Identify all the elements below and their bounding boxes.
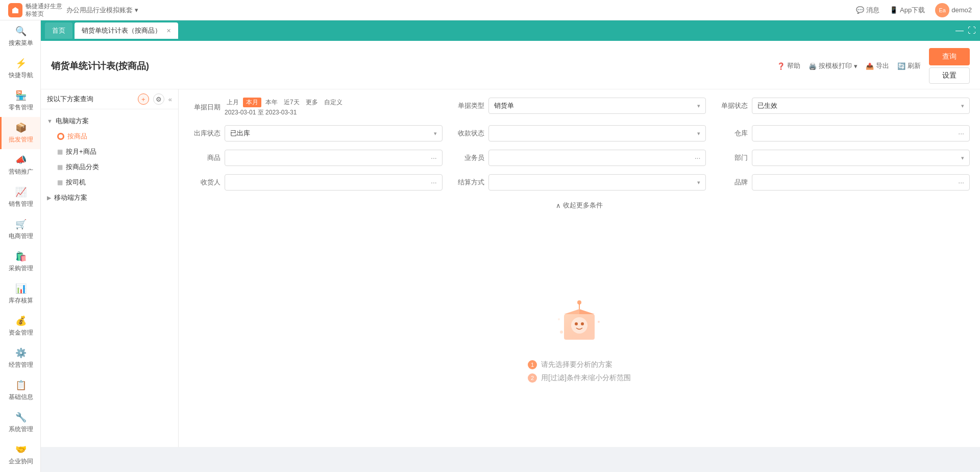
svg-point-10 bbox=[558, 318, 560, 320]
sidebar-item-operations[interactable]: ⚙️ 经营管理 bbox=[0, 342, 40, 374]
sidebar-item-system[interactable]: 🔧 系统管理 bbox=[0, 407, 40, 439]
tree-mobile-label: 移动端方案 bbox=[54, 193, 87, 202]
sidebar-item-marketing[interactable]: 📣 营销推广 bbox=[0, 149, 40, 181]
query-button[interactable]: 查询 bbox=[929, 48, 970, 65]
refresh-button[interactable]: 🔄 刷新 bbox=[897, 61, 921, 70]
filter-doc-type: 单据类型 销货单 ▾ bbox=[453, 98, 706, 114]
tree-pc-label: 电脑端方案 bbox=[56, 116, 89, 126]
date-tab-more[interactable]: 更多 bbox=[304, 98, 320, 107]
top-bar-left: 畅捷通好生意 标签页 办公用品行业模拟账套 ▾ bbox=[8, 3, 138, 17]
add-plan-button[interactable]: + bbox=[138, 93, 149, 105]
collapse-panel-icon[interactable]: « bbox=[168, 96, 172, 103]
filters-panel: 单据日期 上月 本月 本年 近7天 更多 自定义 bbox=[179, 89, 980, 224]
settlement-select[interactable]: ▾ bbox=[488, 174, 706, 191]
split-layout: 按以下方案查询 + ⚙ « ▼ 电脑端方案 bbox=[41, 89, 980, 447]
search-icon: 🔍 bbox=[15, 26, 27, 37]
brand-select[interactable]: ··· bbox=[752, 174, 970, 191]
date-tab-last-month[interactable]: 上月 bbox=[225, 98, 241, 107]
collapse-up-icon: ∧ bbox=[556, 202, 561, 209]
step-2-number: 2 bbox=[528, 373, 537, 383]
tree-pc-children: 按商品 ▦ 按月+商品 ▦ 按商品分类 bbox=[41, 129, 178, 190]
sidebar-item-quick-nav[interactable]: ⚡ 快捷导航 bbox=[0, 53, 40, 85]
salesperson-select[interactable]: ··· bbox=[488, 150, 706, 166]
filter-date: 单据日期 上月 本月 本年 近7天 更多 自定义 bbox=[189, 98, 443, 117]
date-tab-custom[interactable]: 自定义 bbox=[322, 98, 345, 107]
setting-plan-button[interactable]: ⚙ bbox=[153, 93, 164, 105]
sidebar-item-enterprise[interactable]: 🤝 企业协同 bbox=[0, 439, 40, 471]
sidebar-item-retail[interactable]: 🏪 零售管理 bbox=[0, 85, 40, 117]
help-button[interactable]: ❓ 帮助 bbox=[777, 61, 800, 70]
download-icon: 📱 bbox=[890, 6, 898, 14]
tab-home[interactable]: 首页 bbox=[45, 22, 72, 39]
department-arrow-icon: ▾ bbox=[961, 155, 964, 161]
warehouse-dots-icon: ··· bbox=[958, 129, 964, 137]
tree-arrow-icon: ▼ bbox=[47, 118, 53, 124]
date-tab-this-month[interactable]: 本月 bbox=[243, 98, 261, 107]
filter-recipient: 收货人 ··· bbox=[189, 174, 443, 191]
tree-node-by-product[interactable]: 按商品 bbox=[51, 129, 178, 144]
out-status-select[interactable]: 已出库 ▾ bbox=[225, 125, 443, 141]
payment-status-select[interactable]: ▾ bbox=[488, 125, 706, 141]
logo-icon bbox=[8, 3, 22, 17]
quick-nav-icon: ⚡ bbox=[15, 58, 27, 69]
tree-node-by-month-product[interactable]: ▦ 按月+商品 bbox=[51, 144, 178, 159]
filter-settlement: 结算方式 ▾ bbox=[453, 174, 706, 191]
sidebar-item-search[interactable]: 🔍 搜索菜单 bbox=[0, 20, 40, 53]
svg-point-4 bbox=[575, 322, 578, 325]
tree-node-by-product-category[interactable]: ▦ 按商品分类 bbox=[51, 159, 178, 175]
company-selector[interactable]: 办公用品行业模拟账套 ▾ bbox=[66, 6, 138, 15]
date-tab-this-year[interactable]: 本年 bbox=[263, 98, 280, 107]
product-dots-icon: ··· bbox=[431, 154, 437, 162]
sidebar-item-finance[interactable]: 💰 资金管理 bbox=[0, 310, 40, 342]
user-menu[interactable]: Ea demo2 bbox=[935, 3, 972, 17]
empty-illustration bbox=[549, 289, 610, 350]
tree-mobile-solutions[interactable]: ▶ 移动端方案 bbox=[41, 190, 178, 205]
filter-row-1: 单据日期 上月 本月 本年 近7天 更多 自定义 bbox=[189, 98, 970, 117]
filter-out-status: 出库状态 已出库 ▾ bbox=[189, 125, 443, 141]
sidebar-item-sales[interactable]: 📈 销售管理 bbox=[0, 181, 40, 214]
tab-minimize-icon[interactable]: — bbox=[955, 26, 964, 35]
tab-sales-stat[interactable]: 销货单统计计表（按商品） ✕ bbox=[75, 22, 178, 39]
page-title: 销货单统计计表(按商品) bbox=[51, 60, 149, 72]
department-select[interactable]: ▾ bbox=[752, 150, 970, 166]
sidebar-item-inventory[interactable]: 📊 库存核算 bbox=[0, 278, 40, 310]
recipient-select[interactable]: ··· bbox=[225, 174, 443, 191]
sidebar-item-ecommerce[interactable]: 🛒 电商管理 bbox=[0, 214, 40, 246]
app-download-button[interactable]: 📱 App下载 bbox=[890, 6, 925, 15]
filter-panel-icons: + ⚙ « bbox=[138, 93, 172, 105]
messages-button[interactable]: 💬 消息 bbox=[856, 6, 879, 15]
svg-marker-2 bbox=[579, 309, 595, 314]
filter-warehouse: 仓库 ··· bbox=[716, 125, 970, 141]
date-tabs: 上月 本月 本年 近7天 更多 自定义 bbox=[225, 98, 443, 107]
collapse-button[interactable]: ∧ 收起更多条件 bbox=[556, 201, 603, 210]
top-bar: 畅捷通好生意 标签页 办公用品行业模拟账套 ▾ 💬 消息 📱 App下载 Ea … bbox=[0, 0, 980, 20]
print-button[interactable]: 🖨️ 按模板打印 ▾ bbox=[808, 61, 857, 70]
empty-steps: 1 请先选择要分析的方案 2 用[过滤]条件来缩小分析范围 bbox=[528, 360, 631, 383]
tab-bar: 首页 销货单统计计表（按商品） ✕ — ⛶ bbox=[41, 20, 980, 41]
date-tab-7days[interactable]: 近7天 bbox=[282, 98, 302, 107]
tab-maximize-icon[interactable]: ⛶ bbox=[968, 26, 976, 35]
export-icon: 📤 bbox=[866, 62, 874, 70]
header-actions: ❓ 帮助 🖨️ 按模板打印 ▾ 📤 导出 � bbox=[777, 48, 970, 84]
tab-close-icon[interactable]: ✕ bbox=[166, 28, 171, 34]
brand-label: 品牌 bbox=[716, 178, 752, 187]
logo-text: 畅捷通好生意 标签页 bbox=[26, 3, 62, 17]
product-select[interactable]: ··· bbox=[225, 150, 443, 166]
tab-bar-actions: — ⛶ bbox=[955, 26, 976, 35]
sidebar-item-wholesale[interactable]: 📦 批发管理 bbox=[0, 117, 40, 149]
doc-status-select[interactable]: 已生效 ▾ bbox=[752, 98, 970, 114]
sidebar-item-procurement[interactable]: 🛍️ 采购管理 bbox=[0, 246, 40, 278]
warehouse-select[interactable]: ··· bbox=[752, 125, 970, 141]
out-status-wrapper: 已出库 ▾ bbox=[225, 125, 443, 141]
retail-icon: 🏪 bbox=[15, 90, 27, 101]
sidebar-item-basic-info[interactable]: 📋 基础信息 bbox=[0, 374, 40, 407]
settings-button[interactable]: 设置 bbox=[929, 67, 970, 84]
grid-icon-3: ▦ bbox=[57, 179, 63, 186]
filter-row-2: 出库状态 已出库 ▾ bbox=[189, 125, 970, 141]
tree-section: ▼ 电脑端方案 按商品 bbox=[41, 109, 178, 209]
filter-salesperson: 业务员 ··· bbox=[453, 150, 706, 166]
doc-type-select[interactable]: 销货单 ▾ bbox=[488, 98, 706, 114]
export-button[interactable]: 📤 导出 bbox=[866, 61, 889, 70]
tree-node-by-cashier[interactable]: ▦ 按司机 bbox=[51, 175, 178, 190]
tree-pc-solutions[interactable]: ▼ 电脑端方案 bbox=[41, 113, 178, 129]
